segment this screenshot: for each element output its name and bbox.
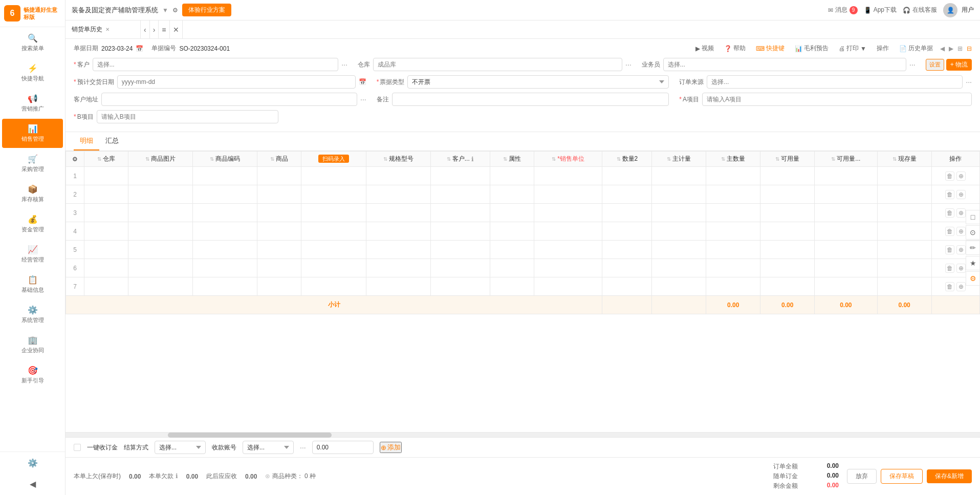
row-unit[interactable] (534, 277, 602, 296)
float-btn-1[interactable]: □ (966, 210, 980, 224)
row-attribute[interactable] (490, 259, 534, 277)
row-code[interactable] (192, 222, 257, 241)
row-attribute[interactable] (490, 185, 534, 204)
row-unit[interactable] (534, 167, 602, 185)
row-spec[interactable] (366, 204, 431, 222)
row-main-unit[interactable] (652, 185, 706, 204)
config-settings-btn[interactable]: 设置 (926, 59, 944, 71)
salesperson-input[interactable] (663, 58, 906, 71)
row-customer-code[interactable] (430, 204, 490, 222)
delivery-calendar-icon[interactable]: 📅 (359, 78, 366, 85)
tab-detail[interactable]: 明细 (74, 132, 99, 150)
warehouse-input[interactable] (373, 58, 622, 71)
row-main-unit[interactable] (652, 167, 706, 185)
grid-icon[interactable]: ⊟ (967, 45, 972, 52)
row-customer-code[interactable] (430, 222, 490, 241)
dropdown-arrow[interactable]: ▼ (162, 7, 168, 14)
row-code[interactable] (192, 277, 257, 296)
sidebar-item-purchase[interactable]: 🛒采购管理 (2, 149, 63, 178)
online-service-btn[interactable]: 🎧 在线客服 (903, 6, 937, 14)
row-available[interactable] (760, 277, 815, 296)
row-image[interactable] (128, 185, 193, 204)
float-btn-2[interactable]: ⊙ (966, 225, 980, 240)
row-qty2[interactable] (602, 204, 652, 222)
a-project-input[interactable] (702, 93, 972, 106)
sidebar-item-finance[interactable]: 💰资金管理 (2, 209, 63, 239)
row-unit[interactable] (534, 259, 602, 277)
row-image[interactable] (128, 259, 193, 277)
row-main-qty[interactable] (706, 167, 760, 185)
customer-more-btn[interactable]: ··· (341, 60, 347, 69)
one-click-checkbox[interactable] (74, 444, 81, 451)
scroll-thumb[interactable] (168, 433, 332, 438)
row-current-stock[interactable] (877, 167, 931, 185)
row-image[interactable] (128, 204, 193, 222)
row-delete-icon[interactable]: 🗑 (945, 171, 954, 181)
row-main-qty[interactable] (706, 241, 760, 259)
save-new-btn[interactable]: 保存&新增 (927, 469, 972, 483)
row-attribute[interactable] (490, 241, 534, 259)
address-input[interactable] (101, 93, 357, 106)
row-main-qty[interactable] (706, 277, 760, 296)
row-available2[interactable] (815, 167, 877, 185)
row-available[interactable] (760, 204, 815, 222)
row-qty2[interactable] (602, 241, 652, 259)
float-btn-4[interactable]: ★ (966, 256, 980, 270)
row-spec[interactable] (366, 241, 431, 259)
row-spec[interactable] (366, 259, 431, 277)
row-current-stock[interactable] (877, 259, 931, 277)
row-available2[interactable] (815, 241, 877, 259)
row-customer-code[interactable] (430, 241, 490, 259)
row-product[interactable] (257, 277, 301, 296)
row-available2[interactable] (815, 185, 877, 204)
row-delete-icon[interactable]: 🗑 (945, 245, 954, 254)
row-code[interactable] (192, 185, 257, 204)
row-image[interactable] (128, 277, 193, 296)
tab-next-btn[interactable]: › (150, 20, 159, 39)
row-customer-code[interactable] (430, 167, 490, 185)
app-download-btn[interactable]: 📱 App下载 (864, 6, 897, 14)
help-btn[interactable]: ❓ 帮助 (721, 43, 749, 54)
customer-input[interactable] (93, 58, 339, 71)
row-scan[interactable] (301, 259, 366, 277)
row-available[interactable] (760, 167, 815, 185)
row-scan[interactable] (301, 277, 366, 296)
row-main-unit[interactable] (652, 277, 706, 296)
row-product[interactable] (257, 241, 301, 259)
tab-prev-btn[interactable]: ‹ (141, 20, 150, 39)
sidebar-item-quick-nav[interactable]: ⚡快捷导航 (2, 58, 63, 88)
row-warehouse[interactable] (84, 277, 128, 296)
row-main-unit[interactable] (652, 259, 706, 277)
row-delete-icon[interactable]: 🗑 (945, 227, 954, 236)
tab-close-all-btn[interactable]: ✕ (170, 20, 183, 39)
warehouse-more-btn[interactable]: ··· (625, 60, 631, 69)
sidebar-item-guide[interactable]: 🎯新手引导 (2, 360, 63, 390)
row-spec[interactable] (366, 277, 431, 296)
account-more-btn[interactable]: ··· (300, 443, 306, 451)
row-copy-icon[interactable]: ⊕ (956, 245, 966, 254)
row-delete-icon[interactable]: 🗑 (945, 208, 954, 218)
row-image[interactable] (128, 222, 193, 241)
row-warehouse[interactable] (84, 222, 128, 241)
row-copy-icon[interactable]: ⊕ (956, 282, 966, 291)
address-more-btn[interactable]: ··· (360, 95, 366, 103)
row-copy-icon[interactable]: ⊕ (956, 208, 966, 218)
row-scan[interactable] (301, 204, 366, 222)
order-source-more-btn[interactable]: ··· (966, 78, 972, 86)
row-main-unit[interactable] (652, 222, 706, 241)
row-image[interactable] (128, 167, 193, 185)
salesperson-more-btn[interactable]: ··· (909, 60, 916, 69)
shortcut-btn[interactable]: ⌨ 快捷键 (753, 43, 788, 54)
calendar-icon[interactable]: 📅 (136, 45, 143, 52)
row-warehouse[interactable] (84, 185, 128, 204)
tab-menu-btn[interactable]: ≡ (159, 20, 169, 39)
method-select[interactable]: 选择... (155, 441, 206, 454)
sidebar-item-search[interactable]: 🔍搜索菜单 (2, 28, 63, 57)
row-main-qty[interactable] (706, 185, 760, 204)
row-qty2[interactable] (602, 167, 652, 185)
row-spec[interactable] (366, 185, 431, 204)
payment-amount-input[interactable] (312, 441, 374, 454)
row-code[interactable] (192, 259, 257, 277)
sidebar-item-settings[interactable]: ⚙️ (2, 453, 63, 473)
row-available2[interactable] (815, 277, 877, 296)
